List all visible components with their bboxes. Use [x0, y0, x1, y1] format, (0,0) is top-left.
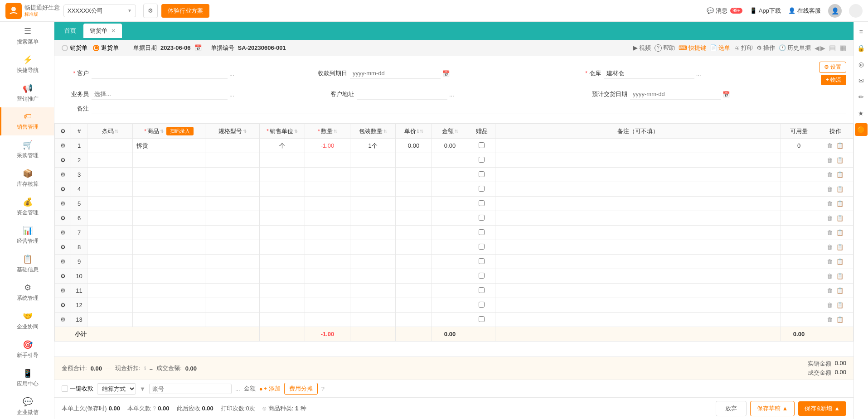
row-unit[interactable] [260, 255, 305, 269]
price-sort[interactable]: ⇅ [420, 129, 423, 134]
sidebar-item-marketing[interactable]: 📢 营销推广 [0, 79, 54, 107]
sidebar-item-app-center[interactable]: 📱 应用中心 [0, 364, 54, 392]
sidebar-item-operations[interactable]: 📊 经营管理 [0, 221, 54, 250]
radio-sales-bill[interactable]: 销货单 [62, 44, 87, 52]
row-price[interactable] [396, 313, 432, 327]
row-barcode[interactable] [87, 284, 133, 298]
row-qty[interactable] [305, 313, 350, 327]
row-spec[interactable] [205, 298, 260, 313]
row-spec[interactable] [205, 313, 260, 327]
warehouse-input[interactable] [604, 68, 694, 79]
sidebar-item-purchase[interactable]: 🛒 采购管理 [0, 135, 54, 164]
row-spec[interactable] [205, 139, 260, 153]
pkgqty-sort[interactable]: ⇅ [383, 129, 387, 134]
row-price[interactable] [396, 255, 432, 269]
tab-close-icon[interactable]: ✕ [111, 28, 116, 34]
row-unit[interactable] [260, 182, 305, 197]
delete-icon[interactable]: 🗑 [827, 316, 833, 323]
delete-icon[interactable]: 🗑 [827, 200, 833, 207]
row-spec[interactable] [205, 153, 260, 168]
copy-icon[interactable]: 📋 [836, 171, 844, 178]
row-remark[interactable] [495, 284, 781, 298]
row-pkgqty[interactable] [350, 313, 396, 327]
row-gift[interactable] [468, 313, 495, 327]
row-unit[interactable] [260, 211, 305, 226]
row-amount[interactable] [432, 298, 468, 313]
amount-sort[interactable]: ⇅ [455, 129, 458, 134]
spec-sort[interactable]: ⇅ [243, 129, 247, 134]
row-amount[interactable]: 0.00 [432, 139, 468, 153]
copy-icon[interactable]: 📋 [836, 287, 844, 294]
row-gift[interactable] [468, 182, 495, 197]
row-price[interactable] [396, 269, 432, 284]
save-draft-button[interactable]: 保存草稿 ▲ [750, 401, 795, 416]
row-barcode[interactable] [87, 269, 133, 284]
sidebar-item-search[interactable]: ☰ 搜索菜单 [0, 22, 54, 50]
expense-split-button[interactable]: 费用分摊 [284, 383, 318, 395]
row-spec[interactable] [205, 255, 260, 269]
row-price[interactable] [396, 197, 432, 211]
right-panel-btn-4[interactable]: ✉ [855, 74, 868, 87]
right-panel-btn-7[interactable]: 🟠 [855, 123, 868, 136]
row-barcode[interactable] [87, 240, 133, 255]
row-qty[interactable] [305, 197, 350, 211]
prev-arrow[interactable]: ◀ [815, 44, 820, 52]
row-pkgqty[interactable] [350, 255, 396, 269]
tab-home[interactable]: 首页 [58, 24, 82, 38]
delete-icon[interactable]: 🗑 [827, 244, 833, 250]
row-pkgqty[interactable] [350, 211, 396, 226]
discount-info-icon[interactable]: ℹ [144, 366, 146, 371]
remark-input[interactable] [92, 103, 846, 114]
delete-icon[interactable]: 🗑 [827, 171, 833, 178]
delete-icon[interactable]: 🗑 [827, 287, 833, 294]
abandon-button[interactable]: 放弃 [716, 401, 747, 416]
operate-action[interactable]: ⚙ 操作 [756, 44, 775, 52]
delete-icon[interactable]: 🗑 [827, 157, 833, 164]
row-qty[interactable] [305, 211, 350, 226]
row-amount[interactable] [432, 255, 468, 269]
row-amount[interactable] [432, 153, 468, 168]
row-settings[interactable]: ⚙ [55, 197, 71, 211]
row-price[interactable] [396, 240, 432, 255]
scan-button[interactable]: 扫码录入 [166, 127, 194, 135]
row-price[interactable] [396, 168, 432, 182]
row-qty[interactable] [305, 240, 350, 255]
row-settings[interactable]: ⚙ [55, 182, 71, 197]
delete-icon[interactable]: 🗑 [827, 215, 833, 222]
row-barcode[interactable] [87, 197, 133, 211]
row-unit[interactable] [260, 298, 305, 313]
row-settings[interactable]: ⚙ [55, 226, 71, 240]
row-remark[interactable] [495, 269, 781, 284]
row-pkgqty[interactable] [350, 182, 396, 197]
row-qty[interactable] [305, 255, 350, 269]
row-remark[interactable] [495, 139, 781, 153]
row-unit[interactable] [260, 269, 305, 284]
account-input[interactable] [149, 384, 232, 394]
row-spec[interactable] [205, 240, 260, 255]
row-barcode[interactable] [87, 153, 133, 168]
row-amount[interactable] [432, 211, 468, 226]
row-price[interactable] [396, 182, 432, 197]
delete-icon[interactable]: 🗑 [827, 258, 833, 265]
row-settings[interactable]: ⚙ [55, 313, 71, 327]
row-spec[interactable] [205, 211, 260, 226]
row-settings[interactable]: ⚙ [55, 211, 71, 226]
row-remark[interactable] [495, 211, 781, 226]
sidebar-item-finance[interactable]: 💰 资金管理 [0, 193, 54, 221]
row-price[interactable]: 0.00 [396, 139, 432, 153]
copy-icon[interactable]: 📋 [836, 229, 844, 236]
expected-calendar-icon[interactable]: 📅 [721, 91, 732, 98]
avatar[interactable]: 👤 [828, 4, 842, 18]
row-pkgqty[interactable] [350, 226, 396, 240]
price-info-icon[interactable]: ℹ [417, 128, 419, 134]
sidebar-item-basic[interactable]: 📋 基础信息 [0, 250, 54, 278]
right-panel-btn-1[interactable]: ≡ [855, 25, 868, 38]
row-remark[interactable] [495, 313, 781, 327]
row-gift[interactable] [468, 298, 495, 313]
row-unit[interactable]: 个 [260, 139, 305, 153]
row-goods[interactable] [133, 284, 205, 298]
row-gift[interactable] [468, 168, 495, 182]
delete-icon[interactable]: 🗑 [827, 142, 833, 149]
row-goods[interactable] [133, 197, 205, 211]
row-goods[interactable] [133, 269, 205, 284]
